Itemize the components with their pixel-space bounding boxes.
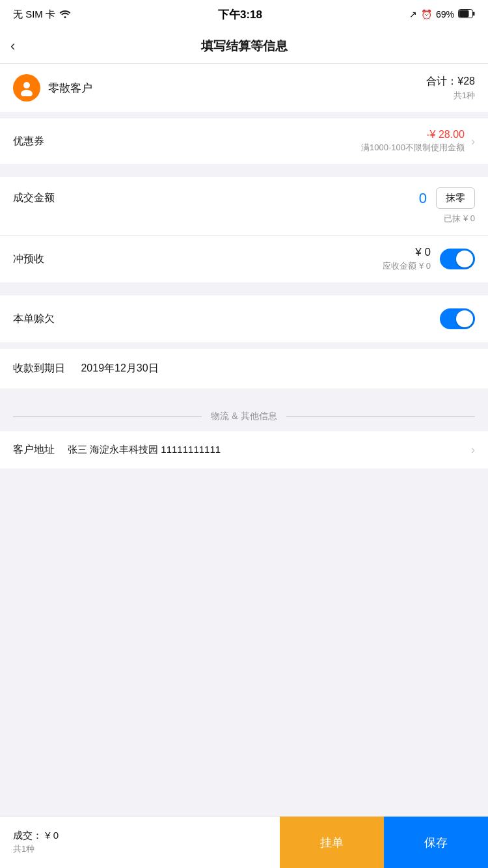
due-date-section: 收款到期日 2019年12月30日 bbox=[0, 349, 488, 388]
gray-separator-1 bbox=[0, 170, 488, 177]
transaction-label: 成交金额 bbox=[13, 191, 55, 205]
customer-total: 合计：¥28 bbox=[426, 75, 475, 88]
location-icon: ↗ bbox=[409, 9, 417, 20]
nav-bar: ‹ 填写结算等信息 bbox=[0, 29, 488, 64]
due-date-value: 2019年12月30日 bbox=[81, 362, 158, 373]
bottom-bar: 成交： ¥ 0 共1种 挂单 保存 bbox=[0, 816, 488, 868]
battery-percent: 69% bbox=[436, 9, 454, 20]
coupon-discount: -¥ 28.00 bbox=[361, 129, 465, 141]
prepaid-label: 冲预收 bbox=[13, 252, 44, 266]
svg-rect-2 bbox=[473, 12, 475, 16]
customer-name: 零散客户 bbox=[48, 81, 92, 96]
content: 零散客户 合计：¥28 共1种 优惠券 -¥ 28.00 满1000-100不限… bbox=[0, 64, 488, 540]
alarm-icon: ⏰ bbox=[421, 9, 432, 20]
coupon-label: 优惠券 bbox=[13, 135, 44, 148]
customer-avatar bbox=[13, 74, 40, 102]
page-title: 填写结算等信息 bbox=[201, 38, 288, 55]
coupon-value: -¥ 28.00 满1000-100不限制使用金额 bbox=[361, 129, 465, 154]
svg-point-4 bbox=[21, 90, 33, 96]
transaction-section: 成交金额 0 抹零 已抹 ¥ 0 冲预收 ¥ 0 应收金额 ¥ 0 bbox=[0, 177, 488, 282]
gray-separator-2 bbox=[0, 289, 488, 295]
logistics-line-left bbox=[13, 416, 202, 417]
coupon-section[interactable]: 优惠券 -¥ 28.00 满1000-100不限制使用金额 › bbox=[0, 118, 488, 164]
bottom-deal-label: 成交： bbox=[13, 830, 42, 841]
address-value: 张三 海淀永丰科技园 11111111111 bbox=[68, 444, 471, 456]
coupon-row[interactable]: 优惠券 -¥ 28.00 满1000-100不限制使用金额 › bbox=[0, 118, 488, 164]
address-section[interactable]: 客户地址 张三 海淀永丰科技园 11111111111 › bbox=[0, 431, 488, 468]
prepaid-toggle[interactable] bbox=[440, 249, 475, 269]
address-chevron-icon: › bbox=[471, 443, 475, 457]
transaction-row-container: 成交金额 0 抹零 已抹 ¥ 0 bbox=[0, 177, 488, 235]
prepaid-section: 冲预收 ¥ 0 应收金额 ¥ 0 bbox=[0, 235, 488, 282]
transaction-sub: 已抹 ¥ 0 bbox=[13, 213, 475, 224]
status-right: ↗ ⏰ 69% bbox=[409, 9, 475, 20]
svg-point-3 bbox=[23, 82, 30, 88]
gray-separator-3 bbox=[0, 395, 488, 401]
due-date-label: 收款到期日 bbox=[13, 362, 65, 373]
sim-status: 无 SIM 卡 bbox=[13, 8, 55, 21]
customer-right: 合计：¥28 共1种 bbox=[426, 75, 475, 102]
wifi-icon bbox=[59, 9, 71, 20]
customer-row: 零散客户 合计：¥28 共1种 bbox=[0, 64, 488, 112]
debt-toggle[interactable] bbox=[440, 308, 475, 329]
bottom-deal: 成交： ¥ 0 bbox=[13, 830, 267, 842]
chevron-icon: › bbox=[471, 135, 475, 148]
bottom-deal-amount: ¥ 0 bbox=[45, 830, 59, 841]
coupon-right: -¥ 28.00 满1000-100不限制使用金额 › bbox=[361, 129, 475, 154]
prepaid-row: 冲预收 ¥ 0 应收金额 ¥ 0 bbox=[13, 246, 475, 272]
customer-left: 零散客户 bbox=[13, 74, 92, 102]
save-button[interactable]: 保存 bbox=[384, 817, 488, 869]
battery-icon bbox=[458, 9, 475, 20]
prepaid-value: ¥ 0 应收金额 ¥ 0 bbox=[383, 246, 431, 272]
status-bar: 无 SIM 卡 下午3:18 ↗ ⏰ 69% bbox=[0, 0, 488, 29]
transaction-right: 0 抹零 bbox=[419, 187, 475, 209]
prepaid-sub: 应收金额 ¥ 0 bbox=[383, 260, 431, 272]
pending-button[interactable]: 挂单 bbox=[280, 817, 384, 869]
back-button[interactable]: ‹ bbox=[10, 38, 15, 55]
transaction-amount: 0 bbox=[419, 190, 427, 207]
bottom-count: 共1种 bbox=[13, 843, 267, 855]
logistics-line-right bbox=[286, 416, 475, 417]
bottom-info: 成交： ¥ 0 共1种 bbox=[0, 830, 280, 855]
debt-label: 本单赊欠 bbox=[13, 312, 55, 326]
status-left: 无 SIM 卡 bbox=[13, 8, 71, 21]
logistics-text: 物流 & 其他信息 bbox=[211, 411, 277, 422]
svg-rect-1 bbox=[459, 10, 468, 17]
status-time: 下午3:18 bbox=[218, 7, 262, 22]
customer-count: 共1种 bbox=[426, 90, 475, 102]
address-label: 客户地址 bbox=[13, 443, 55, 457]
transaction-row: 成交金额 0 抹零 bbox=[13, 187, 475, 209]
coupon-desc: 满1000-100不限制使用金额 bbox=[361, 142, 465, 154]
customer-section: 零散客户 合计：¥28 共1种 bbox=[0, 64, 488, 112]
prepaid-right: ¥ 0 应收金额 ¥ 0 bbox=[383, 246, 475, 272]
round-button[interactable]: 抹零 bbox=[436, 187, 475, 209]
logistics-divider: 物流 & 其他信息 bbox=[0, 401, 488, 431]
prepaid-amount: ¥ 0 bbox=[383, 246, 431, 259]
debt-section: 本单赊欠 bbox=[0, 295, 488, 342]
